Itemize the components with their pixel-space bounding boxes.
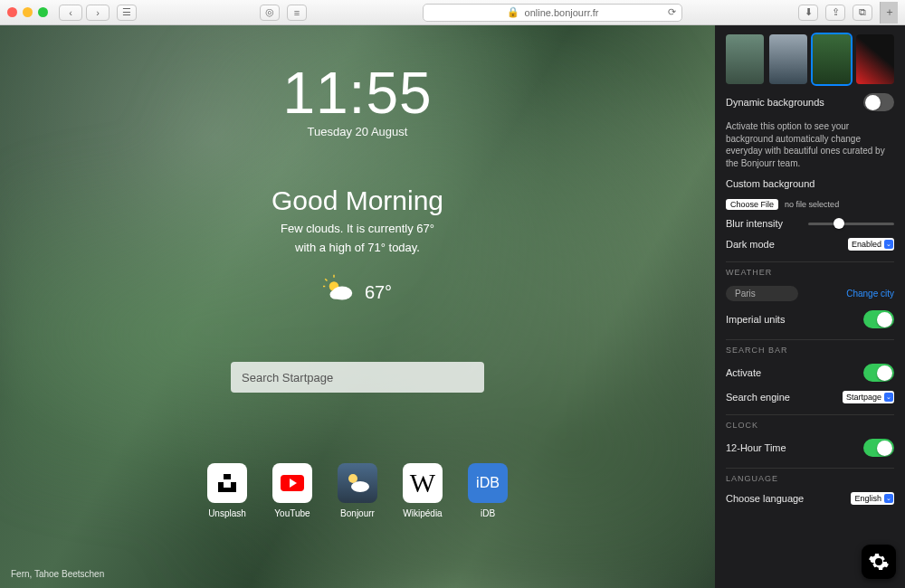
- search-placeholder: Search Startpage: [242, 371, 333, 384]
- search-engine-select[interactable]: Startpage⌄: [843, 391, 894, 403]
- lock-icon: 🔒: [507, 6, 519, 18]
- startpage: 11:55 Tuesday 20 August Good Morning Few…: [0, 25, 715, 588]
- section-clock: CLOCK: [726, 414, 894, 430]
- reader-button[interactable]: ≡: [287, 5, 307, 21]
- dynamic-bg-label: Dynamic backgrounds: [726, 97, 824, 108]
- new-tab-button[interactable]: ＋: [880, 2, 898, 24]
- no-file-text: no file selected: [785, 200, 839, 209]
- sidebar-button[interactable]: ☰: [117, 5, 137, 21]
- favorite-label: iDB: [481, 508, 495, 518]
- temperature: 67°: [365, 282, 392, 303]
- favorite-label: Bonjourr: [340, 508, 375, 518]
- photo-credit: Fern, Tahoe Beetschen: [11, 569, 104, 579]
- reload-icon[interactable]: ⟳: [668, 6, 676, 18]
- svg-point-8: [351, 481, 369, 492]
- youtube-icon: [272, 463, 312, 503]
- svg-line-2: [325, 279, 327, 280]
- language-label: Choose language: [726, 493, 804, 504]
- chevron-down-icon: ⌄: [884, 494, 893, 503]
- settings-gear-button[interactable]: [862, 545, 896, 579]
- chevron-down-icon: ⌄: [884, 240, 893, 249]
- svg-rect-6: [224, 474, 231, 479]
- section-language: LANGUAGE: [726, 468, 894, 483]
- idb-icon: iDB: [468, 463, 508, 503]
- imperial-label: Imperial units: [726, 314, 785, 325]
- favorite-label: Wikipédia: [403, 508, 442, 518]
- clock-date: Tuesday 20 August: [0, 125, 715, 138]
- background-thumbs: [726, 34, 894, 84]
- svg-point-7: [348, 474, 357, 483]
- unsplash-icon: [207, 463, 247, 503]
- settings-panel: Dynamic backgrounds Activate this option…: [715, 25, 905, 588]
- favorite-bonjourr[interactable]: Bonjourr: [338, 463, 377, 518]
- custom-bg-label: Custom background: [726, 178, 894, 189]
- safari-toolbar: ‹ › ☰ ◎ ≡ 🔒 online.bonjourr.fr ⟳ ⬇ ⇪ ⧉ ＋: [0, 0, 905, 25]
- favorite-label: Unsplash: [208, 508, 246, 518]
- search-engine-label: Search engine: [726, 392, 790, 403]
- city-input[interactable]: Paris: [726, 286, 798, 301]
- gear-icon: [868, 551, 890, 573]
- weather-summary-2: with a high of 71° today.: [0, 241, 715, 254]
- imperial-toggle[interactable]: [863, 310, 894, 328]
- wikipedia-icon: W: [403, 463, 443, 503]
- blur-label: Blur intensity: [726, 218, 783, 229]
- chevron-down-icon: ⌄: [884, 393, 893, 402]
- clock-time: 11:55: [0, 60, 715, 127]
- close-window-icon[interactable]: [7, 7, 17, 17]
- favorite-wikipedia[interactable]: W Wikipédia: [403, 463, 443, 518]
- greeting: Good Morning: [0, 185, 715, 216]
- privacy-button[interactable]: ◎: [260, 5, 280, 21]
- dark-mode-label: Dark mode: [726, 239, 775, 250]
- downloads-button[interactable]: ⬇: [798, 5, 818, 21]
- favorites-row: Unsplash YouTube Bonjourr W Wikipédia iD…: [0, 463, 715, 518]
- language-select[interactable]: English⌄: [851, 492, 894, 505]
- dynamic-bg-desc: Activate this option to see your backgro…: [726, 120, 894, 169]
- address-bar[interactable]: 🔒 online.bonjourr.fr ⟳: [423, 4, 682, 22]
- change-city-link[interactable]: Change city: [846, 289, 894, 299]
- bg-thumb-4[interactable]: [856, 34, 894, 84]
- dynamic-bg-toggle[interactable]: [863, 93, 894, 111]
- minimize-window-icon[interactable]: [23, 7, 33, 17]
- bonjourr-icon: [338, 463, 377, 503]
- share-button[interactable]: ⇪: [825, 5, 845, 21]
- zoom-window-icon[interactable]: [38, 7, 48, 17]
- clock12-label: 12-Hour Time: [726, 442, 786, 453]
- window-controls: [7, 7, 48, 17]
- weather-icon: [323, 274, 356, 311]
- bg-thumb-1[interactable]: [726, 34, 764, 84]
- section-weather: WEATHER: [726, 261, 894, 277]
- bg-thumb-2[interactable]: [769, 34, 807, 84]
- search-input[interactable]: Search Startpage: [231, 362, 484, 393]
- favorite-unsplash[interactable]: Unsplash: [207, 463, 247, 518]
- section-searchbar: SEARCH BAR: [726, 339, 894, 355]
- url-text: online.bonjourr.fr: [525, 7, 599, 18]
- choose-file-button[interactable]: Choose File: [726, 199, 778, 210]
- weather-summary-1: Few clouds. It is currently 67°: [0, 222, 715, 235]
- favorite-idb[interactable]: iDB iDB: [468, 463, 508, 518]
- favorite-youtube[interactable]: YouTube: [272, 463, 312, 518]
- bg-thumb-3[interactable]: [813, 34, 851, 84]
- svg-point-5: [329, 289, 342, 299]
- blur-slider[interactable]: [808, 223, 894, 225]
- activate-search-label: Activate: [726, 367, 761, 378]
- dark-mode-select[interactable]: Enabled⌄: [848, 238, 894, 251]
- activate-search-toggle[interactable]: [863, 364, 894, 382]
- favorite-label: YouTube: [274, 508, 310, 518]
- forward-button[interactable]: ›: [86, 5, 110, 21]
- back-button[interactable]: ‹: [59, 5, 82, 21]
- tabs-button[interactable]: ⧉: [853, 5, 872, 21]
- clock12-toggle[interactable]: [863, 439, 894, 457]
